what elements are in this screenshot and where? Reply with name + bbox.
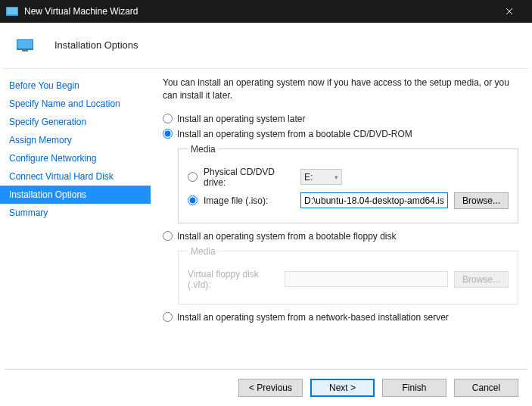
step-installation-options[interactable]: Installation Options bbox=[0, 186, 151, 204]
radio-image-file[interactable] bbox=[188, 195, 198, 205]
header-divider bbox=[3, 68, 529, 69]
radio-install-floppy[interactable] bbox=[163, 231, 173, 241]
cancel-button[interactable]: Cancel bbox=[454, 379, 518, 397]
monitor-icon bbox=[17, 39, 33, 52]
drive-select[interactable]: E:▾ bbox=[300, 169, 342, 185]
step-specify-generation[interactable]: Specify Generation bbox=[0, 113, 151, 131]
step-assign-memory[interactable]: Assign Memory bbox=[0, 131, 151, 149]
radio-install-later[interactable] bbox=[163, 114, 173, 123]
radio-install-network[interactable] bbox=[163, 312, 173, 322]
window-title: New Virtual Machine Wizard bbox=[24, 6, 492, 17]
floppy-media-legend: Media bbox=[188, 246, 219, 257]
wizard-icon bbox=[6, 5, 18, 17]
browse-iso-button[interactable]: Browse... bbox=[454, 192, 509, 209]
iso-path-input[interactable] bbox=[300, 192, 448, 208]
svg-rect-4 bbox=[22, 50, 28, 52]
svg-rect-1 bbox=[7, 8, 17, 14]
titlebar: New Virtual Machine Wizard bbox=[0, 0, 532, 23]
label-vfd: Virtual floppy disk (.vfd): bbox=[188, 269, 278, 290]
step-summary[interactable]: Summary bbox=[0, 204, 151, 222]
wizard-steps-sidebar: Before You Begin Specify Name and Locati… bbox=[0, 72, 151, 369]
previous-button[interactable]: < Previous bbox=[238, 379, 303, 397]
close-button[interactable] bbox=[492, 0, 526, 23]
page-title: Installation Options bbox=[54, 39, 138, 51]
step-connect-vhd[interactable]: Connect Virtual Hard Disk bbox=[0, 167, 151, 186]
step-specify-name[interactable]: Specify Name and Location bbox=[0, 95, 151, 113]
wizard-footer: < Previous Next > Finish Cancel bbox=[0, 370, 532, 406]
chevron-down-icon: ▾ bbox=[334, 173, 338, 181]
svg-rect-3 bbox=[17, 40, 33, 48]
cddvd-media-legend: Media bbox=[188, 144, 219, 155]
next-button[interactable]: Next > bbox=[310, 379, 375, 397]
radio-physical-drive[interactable] bbox=[188, 172, 198, 182]
label-install-floppy: Install an operating system from a boota… bbox=[177, 231, 397, 242]
browse-vfd-button: Browse... bbox=[454, 271, 509, 288]
floppy-media-group: Media Virtual floppy disk (.vfd): Browse… bbox=[178, 246, 518, 304]
wizard-content: You can install an operating system now … bbox=[151, 72, 532, 369]
radio-install-cddvd[interactable] bbox=[163, 129, 173, 139]
label-physical-drive: Physical CD/DVD drive: bbox=[204, 167, 294, 188]
step-before-you-begin[interactable]: Before You Begin bbox=[0, 77, 151, 95]
wizard-header: Installation Options bbox=[0, 23, 532, 68]
label-image-file: Image file (.iso): bbox=[204, 195, 294, 206]
intro-text: You can install an operating system now … bbox=[163, 77, 518, 103]
close-icon bbox=[506, 8, 513, 15]
vfd-path-input bbox=[285, 271, 448, 287]
cddvd-media-group: Media Physical CD/DVD drive: E:▾ Image f… bbox=[178, 144, 518, 223]
label-install-cddvd: Install an operating system from a boota… bbox=[177, 129, 412, 139]
label-install-later: Install an operating system later bbox=[177, 114, 305, 124]
step-configure-networking[interactable]: Configure Networking bbox=[0, 149, 151, 167]
label-install-network: Install an operating system from a netwo… bbox=[177, 312, 449, 323]
finish-button[interactable]: Finish bbox=[382, 379, 446, 397]
